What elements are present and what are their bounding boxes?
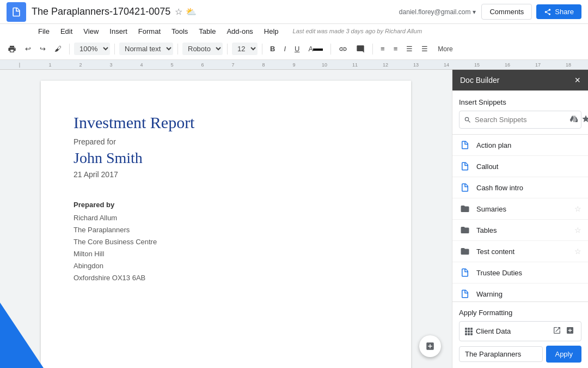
cloud-icon[interactable]: ⛅ bbox=[186, 7, 197, 17]
menu-addons[interactable]: Add-ons bbox=[221, 24, 258, 38]
snippets-list: Action planCalloutCash flow introSumarie… bbox=[452, 134, 588, 301]
link-button[interactable] bbox=[335, 43, 351, 56]
snippet-label: Action plan bbox=[476, 141, 581, 149]
snippet-item[interactable]: Warning bbox=[452, 283, 588, 301]
comment-inline-button[interactable] bbox=[353, 43, 368, 56]
print-button[interactable] bbox=[4, 43, 20, 56]
menu-table[interactable]: Table bbox=[193, 24, 221, 38]
line-spacing-button[interactable]: ☰ bbox=[403, 43, 416, 55]
document-date: 21 April 2017 bbox=[74, 170, 378, 179]
menu-format[interactable]: Format bbox=[133, 24, 166, 38]
apply-row: The Paraplanners Apply bbox=[459, 346, 581, 363]
menu-edit[interactable]: Edit bbox=[55, 24, 78, 38]
ruler: | 1 2 3 4 5 6 7 8 9 10 11 12 13 14 15 16… bbox=[0, 60, 588, 70]
bold-button[interactable]: B bbox=[267, 43, 278, 55]
grid-icon bbox=[465, 328, 473, 335]
insert-button[interactable] bbox=[419, 335, 441, 357]
menu-insert[interactable]: Insert bbox=[104, 24, 133, 38]
snippet-label: Cash flow intro bbox=[476, 184, 581, 192]
document-heading: Investment Report bbox=[74, 113, 378, 132]
client-name: John Smith bbox=[74, 149, 378, 167]
address-line4: Oxfordshire OX13 6AB bbox=[74, 272, 378, 284]
title-icons: ☆ ⛅ bbox=[175, 7, 197, 17]
snippet-label: Trustee Duties bbox=[476, 269, 581, 277]
app-icon[interactable] bbox=[7, 2, 26, 22]
folder-icon bbox=[459, 224, 471, 236]
client-data-actions bbox=[552, 325, 575, 337]
menu-help[interactable]: Help bbox=[259, 24, 284, 38]
undo-button[interactable]: ↩ bbox=[22, 43, 34, 55]
more-button[interactable]: More bbox=[433, 43, 457, 55]
redo-button[interactable]: ↪ bbox=[36, 43, 49, 55]
menu-view[interactable]: View bbox=[78, 24, 104, 38]
color-button[interactable]: A bbox=[305, 43, 326, 55]
snippet-item[interactable]: Test content☆ bbox=[452, 241, 588, 262]
address-line2: Milton Hill bbox=[74, 248, 378, 260]
snippet-label: Test content bbox=[476, 248, 569, 256]
add-button[interactable] bbox=[565, 325, 575, 337]
external-link-button[interactable] bbox=[552, 325, 562, 337]
snippet-item[interactable]: Trustee Duties bbox=[452, 262, 588, 283]
prepared-for-label: Prepared for bbox=[74, 137, 378, 146]
folder-icon bbox=[459, 203, 471, 215]
comments-button[interactable]: Comments bbox=[481, 4, 532, 20]
search-input[interactable] bbox=[475, 116, 566, 124]
drive-icon-button[interactable] bbox=[569, 114, 578, 125]
template-select[interactable]: The Paraplanners bbox=[459, 346, 543, 362]
snippet-item[interactable]: Callout bbox=[452, 156, 588, 177]
document-page: Investment Report Prepared for John Smit… bbox=[41, 81, 411, 368]
search-bar bbox=[459, 111, 581, 129]
document-area: Investment Report Prepared for John Smit… bbox=[0, 70, 452, 368]
doc-icon bbox=[459, 182, 471, 194]
snippet-star[interactable]: ☆ bbox=[574, 204, 581, 213]
insert-snippets-section: Insert Snippets bbox=[452, 91, 588, 134]
menu-tools[interactable]: Tools bbox=[166, 24, 193, 38]
underline-button[interactable]: U bbox=[291, 43, 303, 55]
snippet-label: Warning bbox=[476, 290, 581, 298]
snippet-item[interactable]: Sumaries☆ bbox=[452, 198, 588, 220]
zoom-select[interactable]: 100% bbox=[74, 43, 110, 55]
address-line3: Abingdon bbox=[74, 260, 378, 272]
star-icon[interactable]: ☆ bbox=[175, 7, 182, 17]
prepared-by-label: Prepared by bbox=[74, 201, 378, 209]
align-center-button[interactable]: ≡ bbox=[390, 43, 401, 55]
folder-icon bbox=[459, 245, 471, 257]
document-address: Richard Allum The Paraplanners The Core … bbox=[74, 212, 378, 285]
snippet-item[interactable]: Action plan bbox=[452, 135, 588, 156]
apply-button[interactable]: Apply bbox=[546, 346, 581, 363]
last-edit-text: Last edit was made 3 days ago by Richard… bbox=[293, 28, 422, 34]
size-select[interactable]: 12 bbox=[232, 43, 258, 55]
snippet-star[interactable]: ☆ bbox=[574, 247, 581, 256]
panel-title: Doc Builder bbox=[460, 76, 499, 85]
italic-button[interactable]: I bbox=[280, 43, 289, 55]
search-action-icons bbox=[569, 114, 588, 125]
panel-header: Doc Builder × bbox=[452, 70, 588, 91]
snippet-item[interactable]: Cash flow intro bbox=[452, 177, 588, 198]
insert-snippets-title: Insert Snippets bbox=[459, 98, 581, 106]
doc-icon bbox=[459, 267, 471, 279]
snippet-star[interactable]: ☆ bbox=[574, 226, 581, 234]
user-email: daniel.florey@gmail.com ▾ bbox=[399, 8, 476, 16]
style-select[interactable]: Normal text bbox=[119, 43, 173, 55]
address-line1: The Core Business Centre bbox=[74, 236, 378, 248]
menu-file[interactable]: File bbox=[33, 24, 55, 38]
paint-format-button[interactable]: 🖌 bbox=[51, 43, 65, 55]
toolbar: ↩ ↪ 🖌 100% Normal text Roboto 12 B I U A… bbox=[0, 38, 588, 60]
doc-builder-panel: Doc Builder × Insert Snippets Action pla… bbox=[452, 70, 588, 368]
apply-formatting-title: Apply Formatting bbox=[459, 309, 581, 317]
snippet-item[interactable]: Tables☆ bbox=[452, 220, 588, 241]
font-select[interactable]: Roboto bbox=[182, 43, 223, 55]
doc-icon bbox=[459, 139, 471, 151]
company-name: The Paraplanners bbox=[74, 224, 378, 236]
dropdown-arrow[interactable]: ▾ bbox=[473, 8, 476, 16]
main-area: Investment Report Prepared for John Smit… bbox=[0, 70, 588, 368]
doc-icon bbox=[459, 160, 471, 172]
panel-close-button[interactable]: × bbox=[574, 75, 580, 85]
share-button[interactable]: Share bbox=[536, 4, 581, 19]
doc-icon bbox=[459, 288, 471, 300]
snippet-label: Sumaries bbox=[476, 205, 569, 213]
client-data-row: Client Data bbox=[459, 321, 581, 341]
align-left-button[interactable]: ≡ bbox=[377, 43, 388, 55]
star-icon-button[interactable] bbox=[581, 114, 588, 125]
list-button[interactable]: ☰ bbox=[418, 43, 431, 55]
